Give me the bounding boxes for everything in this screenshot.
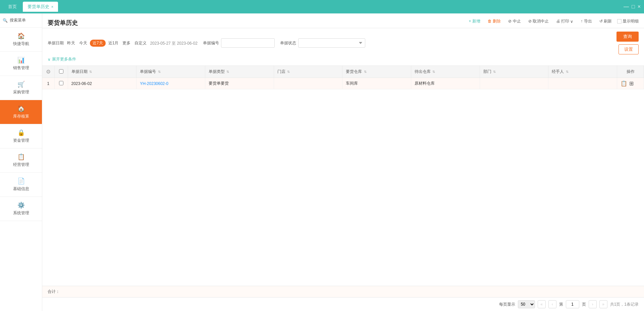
sidebar-item-system[interactable]: ⚙️ 系统管理 — [0, 197, 42, 221]
date-option-more[interactable]: 更多 — [121, 40, 132, 47]
sidebar-item-finance[interactable]: 🔒 资金管理 — [0, 124, 42, 148]
tab-home[interactable]: 首页 — [3, 2, 21, 12]
last-page-button[interactable]: » — [599, 300, 607, 308]
filter-docno-group: 单据编号 — [203, 38, 275, 48]
delete-button[interactable]: 🗑 删除 — [486, 17, 503, 25]
per-page-label: 每页显示 — [499, 302, 515, 307]
cancel-stop-button[interactable]: ⊘ 取消中止 — [526, 17, 551, 25]
filter-status-group: 单据状态 — [280, 38, 365, 48]
op-icon-1[interactable]: 📋 — [621, 80, 627, 87]
setting-button[interactable]: 设置 — [619, 44, 639, 54]
display-detail-button[interactable]: 显示明细 — [617, 18, 639, 24]
status-select[interactable] — [298, 38, 365, 48]
docno-input[interactable] — [221, 38, 275, 48]
summary-label: 合计： — [48, 289, 60, 294]
search-icon: 🔍 — [3, 18, 8, 23]
sidebar-item-inventory[interactable]: 🏠 库存核算 — [0, 100, 42, 124]
nav-icon: 🏠 — [17, 32, 25, 40]
date-option-yesterday[interactable]: 昨天 — [66, 40, 76, 47]
docno-filter-label: 单据编号 — [203, 40, 219, 46]
first-page-button[interactable]: « — [538, 300, 546, 308]
window-max-icon[interactable]: □ — [632, 4, 635, 10]
header-actions: + 新增 🗑 删除 ⊘ 中止 ⊘ 取消中止 🖨 打印 ∨ ↑ 导出 ↺ 刷新 显… — [467, 17, 639, 28]
col-dept-sort-icon[interactable]: ⇅ — [493, 70, 496, 74]
cell-dept — [480, 78, 548, 89]
sidebar-item-sales[interactable]: 📊 销售管理 — [0, 52, 42, 76]
col-doctype-sort-icon[interactable]: ⇅ — [226, 70, 229, 74]
col-store-sort-icon[interactable]: ⇅ — [287, 70, 290, 74]
cell-operation: 📋 ⊞ — [617, 78, 644, 89]
new-button[interactable]: + 新增 — [467, 17, 482, 25]
sidebar-item-search[interactable]: 🔍 搜索菜单 — [0, 13, 42, 28]
col-date-sort-icon[interactable]: ⇅ — [89, 70, 92, 74]
col-req-warehouse-sort-icon[interactable]: ⇅ — [364, 70, 367, 74]
sidebar-item-label: 快捷导航 — [13, 41, 29, 47]
query-button[interactable]: 查询 — [616, 32, 639, 42]
current-page-input[interactable] — [566, 300, 579, 308]
top-bar: 首页 要货单历史 × — □ × — [0, 0, 644, 13]
col-req-warehouse-label: 要货仓库 — [346, 69, 362, 74]
cell-checkbox — [54, 78, 68, 89]
sidebar-item-operation[interactable]: 📋 经营管理 — [0, 148, 42, 173]
finance-icon: 🔒 — [17, 129, 25, 136]
cell-pending-warehouse: 原材料仓库 — [411, 78, 480, 89]
col-date-label: 单据日期 — [71, 69, 88, 74]
refresh-button[interactable]: ↺ 刷新 — [597, 17, 614, 25]
filter-date-group: 单据日期 昨天 今天 近7天 近1月 更多 自定义 2023-05-27 至 2… — [48, 40, 198, 47]
page-label-after: 页 — [582, 302, 586, 307]
export-button[interactable]: ↑ 导出 — [579, 17, 594, 25]
col-docno-sort-icon[interactable]: ⇅ — [158, 70, 161, 74]
sidebar-item-nav[interactable]: 🏠 快捷导航 — [0, 28, 42, 52]
per-page-select[interactable]: 50 10 20 100 — [518, 300, 535, 308]
cell-date: 2023-06-02 — [68, 78, 137, 89]
date-option-today[interactable]: 今天 — [78, 40, 89, 47]
operation-icon: 📋 — [17, 153, 25, 161]
date-option-7days[interactable]: 近7天 — [90, 40, 106, 47]
cell-handler — [548, 78, 617, 89]
sidebar-search-label: 搜索菜单 — [10, 17, 26, 23]
tab-order-history[interactable]: 要货单历史 × — [23, 2, 58, 12]
date-option-custom[interactable]: 自定义 — [133, 40, 148, 47]
sidebar-item-basic[interactable]: 📄 基础信息 — [0, 173, 42, 197]
sidebar-item-label: 销售管理 — [13, 65, 29, 71]
print-arrow-icon: ∨ — [570, 19, 573, 24]
tab-close-icon[interactable]: × — [51, 5, 53, 9]
prev-page-button[interactable]: ‹ — [548, 300, 556, 308]
print-button[interactable]: 🖨 打印 ∨ — [554, 17, 575, 25]
date-options: 昨天 今天 近7天 近1月 更多 自定义 — [66, 40, 148, 47]
window-min-icon[interactable]: — — [624, 4, 629, 10]
window-close-icon[interactable]: × — [638, 4, 641, 10]
cell-row-num: 1 — [42, 78, 54, 89]
expand-more-label: 展开更多条件 — [52, 56, 76, 62]
stop-button[interactable]: ⊘ 中止 — [506, 17, 523, 25]
col-date: 单据日期 ⇅ — [68, 66, 137, 78]
inventory-icon: 🏠 — [17, 105, 25, 112]
expand-more-button[interactable]: ∨ 展开更多条件 — [48, 56, 639, 62]
select-all-checkbox[interactable] — [59, 69, 63, 74]
col-handler-sort-icon[interactable]: ⇅ — [566, 70, 569, 74]
col-handler: 经手人 ⇅ — [548, 66, 617, 78]
next-page-button[interactable]: › — [589, 300, 597, 308]
sidebar-item-purchase[interactable]: 🛒 采购管理 — [0, 76, 42, 100]
status-filter-label: 单据状态 — [280, 40, 296, 46]
op-icon-2[interactable]: ⊞ — [629, 80, 634, 87]
sidebar-item-label: 基础信息 — [13, 186, 29, 192]
docno-link[interactable]: YH-20230602-0 — [140, 81, 168, 86]
col-req-warehouse: 要货仓库 ⇅ — [342, 66, 411, 78]
filter-action-buttons: 查询 设置 — [616, 32, 639, 54]
col-pending-warehouse-sort-icon[interactable]: ⇅ — [432, 70, 435, 74]
sidebar-item-label: 资金管理 — [13, 138, 29, 143]
pagination: 每页显示 50 10 20 100 « ‹ 第 页 › » 共1页，1条记录 — [42, 297, 644, 311]
display-detail-checkbox[interactable] — [617, 19, 622, 24]
col-handler-label: 经手人 — [552, 69, 564, 74]
page-title: 要货单历史 — [48, 19, 78, 27]
col-settings: ⚙ — [42, 66, 54, 78]
date-filter-label: 单据日期 — [48, 40, 64, 46]
column-settings-icon[interactable]: ⚙ — [46, 69, 51, 75]
date-option-1month[interactable]: 近1月 — [107, 40, 120, 47]
filter-bar: 单据日期 昨天 今天 近7天 近1月 更多 自定义 2023-05-27 至 2… — [42, 28, 644, 66]
table-footer: 合计： — [42, 286, 644, 297]
row-checkbox[interactable] — [59, 81, 63, 85]
col-doctype-label: 单据类型 — [209, 69, 225, 74]
page-header: 要货单历史 + 新增 🗑 删除 ⊘ 中止 ⊘ 取消中止 🖨 打印 ∨ ↑ 导出 … — [42, 13, 644, 28]
